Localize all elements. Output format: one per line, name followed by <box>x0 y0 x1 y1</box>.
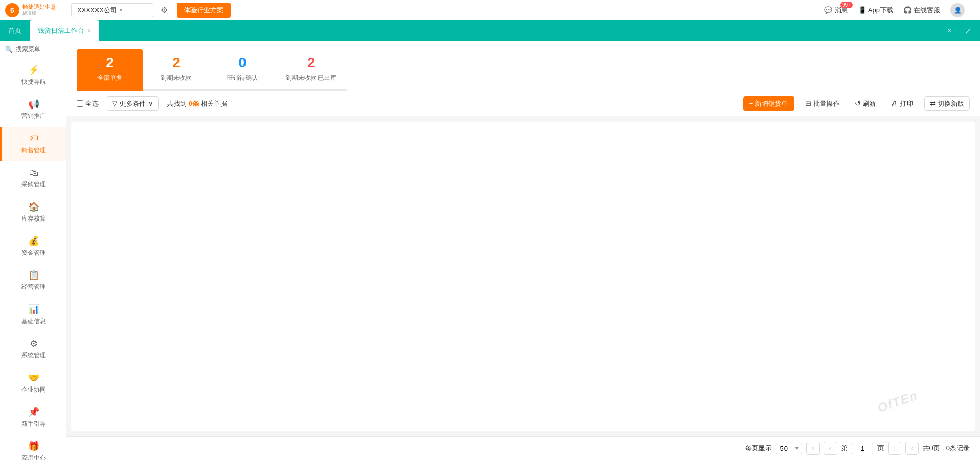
batch-operations-button[interactable]: ⊞ 批量操作 <box>801 97 844 110</box>
select-all-checkbox[interactable]: 全选 <box>77 99 99 108</box>
add-sales-button[interactable]: + 新增销货单 <box>743 96 794 111</box>
toolbar: 全选 ▽ 更多条件 ∨ 共找到 0条 相关单据 + 新增销货单 ⊞ 批量操作 ↺ <box>66 91 980 116</box>
inventory-icon: 🏠 <box>28 201 39 212</box>
stat-label-all: 全部单据 <box>87 74 133 82</box>
sidebar-item-sales[interactable]: 🏷 销售管理 <box>0 127 66 161</box>
logo-icon: 6 <box>5 3 19 17</box>
window-close-button[interactable]: × <box>942 23 957 38</box>
found-prefix: 共找到 <box>167 100 187 107</box>
nav-actions: × ⤢ <box>942 23 980 38</box>
last-page-button[interactable]: » <box>905 442 919 455</box>
operations-icon: 📋 <box>28 270 39 281</box>
basics-icon: 📊 <box>28 304 39 315</box>
next-page-button[interactable]: › <box>888 442 901 455</box>
stat-num-unshipped: 2 <box>286 54 336 71</box>
print-button[interactable]: 🖨 打印 <box>887 97 917 110</box>
sidebar-label-basics: 基础信息 <box>21 317 46 326</box>
nav-tabs: 首页 钱货日清工作台 × × ⤢ <box>0 20 980 41</box>
sidebar-label-system: 系统管理 <box>21 351 46 360</box>
headset-icon: 🎧 <box>903 6 912 14</box>
sidebar-item-finance[interactable]: 💰 资金管理 <box>0 229 66 263</box>
stat-card-overdue-unshipped[interactable]: 2 到期未收款 已出库 <box>276 49 347 91</box>
sidebar-label-enterprise: 企业协同 <box>21 385 46 394</box>
header-right: 💬 消息 99+ 📱 App下载 🎧 在线客服 👤 <box>824 3 975 17</box>
filter-arrow-icon: ∨ <box>148 100 153 107</box>
top-header: 6 畅捷通好生意 标准版 XXXXXX公司 ▾ ⚙ 体验行业方案 💬 消息 99… <box>0 0 980 20</box>
batch-icon: ⊞ <box>805 100 811 107</box>
stat-num-pending: 0 <box>219 54 265 71</box>
app-download-item[interactable]: 📱 App下载 <box>858 6 893 15</box>
table-area <box>71 122 975 431</box>
sidebar-label-finance: 资金管理 <box>21 249 46 257</box>
message-item[interactable]: 💬 消息 99+ <box>824 6 848 15</box>
stat-label-unshipped: 到期未收款 已出库 <box>286 74 336 82</box>
select-all-input[interactable] <box>77 100 83 107</box>
message-badge: 99+ <box>840 2 853 8</box>
sidebar-item-app-center[interactable]: 🎁 应用中心 <box>0 434 66 460</box>
company-arrow-icon: ▾ <box>120 7 122 13</box>
online-service-label: 在线客服 <box>914 6 940 15</box>
tab-home[interactable]: 首页 <box>0 20 30 41</box>
page-input[interactable] <box>852 443 873 454</box>
enterprise-icon: 🤝 <box>28 372 39 383</box>
sidebar-item-operations[interactable]: 📋 经营管理 <box>0 263 66 298</box>
active-tab-label: 钱货日清工作台 <box>38 26 84 35</box>
sidebar-label-inventory: 库存核算 <box>21 214 46 223</box>
sidebar-label-operations: 经营管理 <box>21 283 46 292</box>
sidebar-item-system[interactable]: ⚙ 系统管理 <box>0 332 66 366</box>
logo-area: 6 畅捷通好生意 标准版 <box>5 3 71 17</box>
page-label: 第 <box>841 444 848 453</box>
tab-close-icon[interactable]: × <box>87 27 91 34</box>
select-all-label: 全选 <box>85 99 99 108</box>
sidebar-item-marketing[interactable]: 📢 营销推广 <box>0 92 66 127</box>
batch-label: 批量操作 <box>813 99 840 108</box>
logo-badge: 标准版 <box>22 10 56 17</box>
stat-card-all[interactable]: 2 全部单据 <box>77 49 143 91</box>
sidebar-label-purchase: 采购管理 <box>21 180 46 189</box>
sidebar-item-enterprise[interactable]: 🤝 企业协同 <box>0 366 66 400</box>
company-selector[interactable]: XXXXXX公司 ▾ <box>71 3 153 17</box>
sidebar-item-newbie[interactable]: 📌 新手引导 <box>0 400 66 434</box>
print-label: 打印 <box>900 99 913 108</box>
marketing-icon: 📢 <box>28 99 39 110</box>
company-name: XXXXXX公司 <box>77 6 117 15</box>
found-count: 0条 <box>189 100 199 107</box>
finance-icon: 💰 <box>28 235 39 247</box>
sidebar-label-newbie: 新手引导 <box>21 420 46 428</box>
quick-nav-icon: ⚡ <box>28 64 39 76</box>
search-icon: 🔍 <box>5 46 13 53</box>
sidebar-item-inventory[interactable]: 🏠 库存核算 <box>0 195 66 229</box>
newbie-icon: 📌 <box>28 406 39 418</box>
switch-version-button[interactable]: ⇄ 切换新版 <box>924 96 970 111</box>
first-page-button[interactable]: « <box>806 442 820 455</box>
main-layout: 🔍 搜索菜单 ⚡ 快捷导航 📢 营销推广 🏷 销售管理 🛍 采购管理 🏠 库存核… <box>0 41 980 460</box>
stat-card-overdue-unpaid[interactable]: 2 到期未收款 <box>143 49 209 91</box>
content-area: 2 全部单据 2 到期未收款 0 旺铺待确认 2 到期未收款 已出库 全选 <box>66 41 980 460</box>
refresh-button[interactable]: ↺ 刷新 <box>851 97 880 110</box>
sidebar-item-quick-nav[interactable]: ⚡ 快捷导航 <box>0 58 66 92</box>
sidebar-search[interactable]: 🔍 搜索菜单 <box>0 41 66 58</box>
filter-icon: ▽ <box>112 100 117 107</box>
found-suffix: 相关单据 <box>201 100 227 107</box>
prev-page-button[interactable]: ‹ <box>824 442 837 455</box>
sidebar-item-purchase[interactable]: 🛍 采购管理 <box>0 161 66 195</box>
online-service-item[interactable]: 🎧 在线客服 <box>903 6 940 15</box>
system-icon: ⚙ <box>28 338 39 349</box>
pagination: 每页显示 10 20 50 100 « ‹ 第 页 › » 共0页，0条记录 <box>66 436 980 460</box>
sidebar-item-basics[interactable]: 📊 基础信息 <box>0 298 66 332</box>
toolbar-right: + 新增销货单 ⊞ 批量操作 ↺ 刷新 🖨 打印 ⇄ 切换新版 <box>743 96 970 111</box>
switch-label: 切换新版 <box>938 99 964 108</box>
avatar[interactable]: 👤 <box>950 3 965 17</box>
try-industry-button[interactable]: 体验行业方案 <box>177 3 231 18</box>
settings-button[interactable]: ⚙ <box>157 3 172 17</box>
window-expand-button[interactable]: ⤢ <box>961 23 975 38</box>
per-page-select[interactable]: 10 20 50 100 <box>776 443 802 454</box>
stat-card-pending-confirm[interactable]: 0 旺铺待确认 <box>209 49 276 91</box>
filter-button[interactable]: ▽ 更多条件 ∨ <box>107 96 159 111</box>
tab-active[interactable]: 钱货日清工作台 × <box>30 20 99 41</box>
stat-num-overdue: 2 <box>153 54 199 71</box>
page-suffix: 页 <box>877 444 884 453</box>
app-download-icon: 📱 <box>858 6 866 14</box>
sales-icon: 🏷 <box>28 133 39 144</box>
sidebar-label-app-center: 应用中心 <box>21 454 46 460</box>
